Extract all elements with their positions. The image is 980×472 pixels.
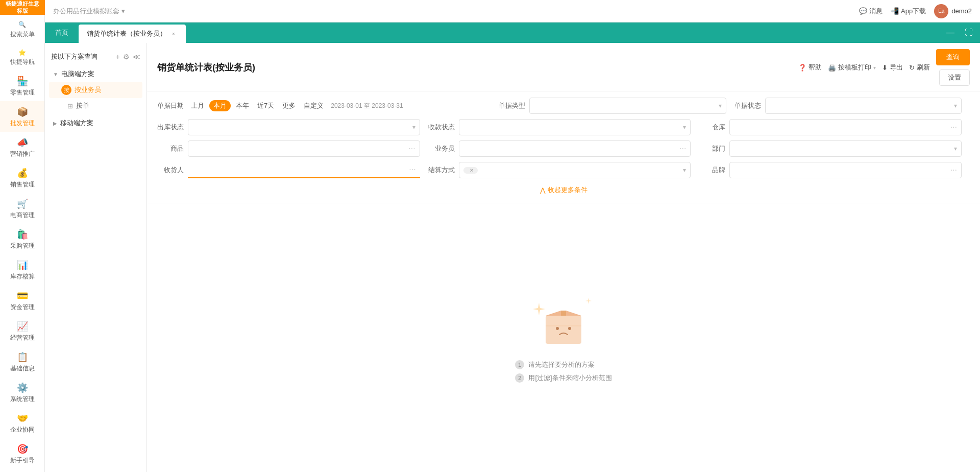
user-name: demo2 xyxy=(951,7,972,15)
logo-text: 畅捷通好生意 xyxy=(6,0,39,7)
docstatus-input[interactable]: ▾ xyxy=(765,98,962,114)
scheme-settings-btn[interactable]: ⚙ xyxy=(123,53,130,61)
date-opt-7days[interactable]: 近7天 xyxy=(254,99,277,112)
panel-title: 按以下方案查询 xyxy=(51,52,97,61)
tab-close-icon[interactable]: × xyxy=(169,30,178,38)
doctype-input[interactable]: ▾ xyxy=(529,98,726,114)
user-profile[interactable]: Ea demo2 xyxy=(934,4,972,18)
sidebar-quicknav[interactable]: ⭐ 快捷导航 xyxy=(0,45,44,68)
tip-text-1: 请先选择要分析的方案 xyxy=(528,360,595,369)
sidebar-item-finance[interactable]: 💳 资金管理 xyxy=(0,285,44,316)
tabbar-right-actions: — ⛶ xyxy=(943,26,980,40)
filter-warehouse-field: 仓库 ··· xyxy=(699,119,970,135)
sidebar-item-sales[interactable]: 💰 销售管理 xyxy=(0,162,44,193)
date-filter: 上月 本月 本年 近7天 更多 自定义 2023-03-01 至 2023-03… xyxy=(188,99,491,112)
date-opt-thismonth[interactable]: 本月 xyxy=(209,100,231,111)
sidebar-item-newbie[interactable]: 🎯 新手引导 xyxy=(0,438,44,469)
query-button[interactable]: 查询 xyxy=(936,49,970,65)
settlement-tag-close[interactable]: ✕ xyxy=(470,168,474,173)
newbie-label: 新手引导 xyxy=(10,456,35,465)
add-scheme-btn[interactable]: + xyxy=(116,53,120,61)
date-opt-thisyear[interactable]: 本年 xyxy=(233,99,252,112)
scheme-collapse-btn[interactable]: ≪ xyxy=(133,53,140,61)
sidebar-item-enterprise[interactable]: 🤝 企业协同 xyxy=(0,408,44,438)
sidebar: 畅捷通好生意 标版 🔍 搜索菜单 ⭐ 快捷导航 🏪 零售管理 📦 批发管理 📣 … xyxy=(0,0,45,472)
system-label: 系统管理 xyxy=(10,395,35,404)
mobile-group-header[interactable]: ▶ 移动端方案 xyxy=(49,115,142,131)
svg-rect-1 xyxy=(561,311,566,316)
purchase-label: 采购管理 xyxy=(10,242,35,250)
consignee-input[interactable]: ··· xyxy=(188,162,420,178)
goods-input[interactable]: ··· xyxy=(188,140,420,157)
sidebar-item-purchase[interactable]: 🛍️ 采购管理 xyxy=(0,224,44,254)
scheme-item-salesperson[interactable]: 按 按业务员 xyxy=(49,82,142,98)
help-action[interactable]: ❓ 帮助 xyxy=(798,63,822,72)
app-download-action[interactable]: 📲 App下载 xyxy=(891,7,926,16)
date-label: 单据日期 xyxy=(157,101,188,110)
settlement-input[interactable]: ✕ ▾ xyxy=(459,162,691,178)
print-icon: 🖨️ xyxy=(828,64,836,72)
date-opt-more[interactable]: 更多 xyxy=(279,99,299,112)
outstatus-input[interactable]: ▾ xyxy=(188,119,420,135)
goods-label: 商品 xyxy=(157,144,188,153)
desktop-group-header[interactable]: ▼ 电脑端方案 xyxy=(49,66,142,82)
topbar-actions: 💬 消息 📲 App下载 Ea demo2 xyxy=(859,4,972,18)
tab-home[interactable]: 首页 xyxy=(45,22,79,43)
inventory-label: 库存核算 xyxy=(10,272,35,281)
filter-area: 单据日期 上月 本月 本年 近7天 更多 自定义 2023-03-01 至 20… xyxy=(147,91,980,203)
refresh-action[interactable]: ↻ 刷新 xyxy=(909,63,930,72)
sidebar-item-appcenter[interactable]: 📱 应用中心 xyxy=(0,469,44,472)
receiptstatus-input[interactable]: ▾ xyxy=(459,119,691,135)
tip-num-1: 1 xyxy=(515,360,524,369)
collapse-filters-btn[interactable]: ⋀ 收起更多条件 xyxy=(157,183,970,197)
enterprise-label: 企业协同 xyxy=(10,426,35,434)
help-label: 帮助 xyxy=(808,63,822,72)
right-panel: 销货单统计表(按业务员) ❓ 帮助 🖨️ 按模板打印 ▾ ⬇ 导出 xyxy=(147,43,980,472)
date-opt-lastmonth[interactable]: 上月 xyxy=(188,99,207,112)
sidebar-item-wholesale[interactable]: 📦 批发管理 xyxy=(0,101,44,132)
wholesale-icon: 📦 xyxy=(17,106,28,117)
empty-tips: 1 请先选择要分析的方案 2 用[过滤]条件来缩小分析范围 xyxy=(515,360,611,383)
sidebar-item-operation[interactable]: 📈 经营管理 xyxy=(0,316,44,346)
sidebar-search[interactable]: 🔍 搜索菜单 xyxy=(0,15,44,43)
collapse-label: 收起更多条件 xyxy=(548,185,587,195)
consignee-label: 收货人 xyxy=(157,166,188,175)
sidebar-item-inventory[interactable]: 📊 库存核算 xyxy=(0,254,44,285)
tab-sales-stat[interactable]: 销货单统计表（按业务员） × xyxy=(79,25,186,43)
setting-button[interactable]: 设置 xyxy=(939,69,970,86)
message-icon: 💬 xyxy=(859,7,867,15)
sidebar-item-retail[interactable]: 🏪 零售管理 xyxy=(0,70,44,101)
quicknav-label: 快捷导航 xyxy=(10,58,35,66)
salesperson-dots-icon: ··· xyxy=(679,144,686,153)
filter-docstatus-field: 单据状态 ▾ xyxy=(734,98,970,114)
brand-input[interactable]: ··· xyxy=(729,162,962,178)
retail-icon: 🏪 xyxy=(17,76,28,87)
sidebar-item-system[interactable]: ⚙️ 系统管理 xyxy=(0,377,44,408)
doctype-arrow-icon: ▾ xyxy=(719,102,722,109)
export-action[interactable]: ⬇ 导出 xyxy=(882,63,903,72)
sidebar-item-marketing[interactable]: 📣 营销推广 xyxy=(0,132,44,162)
breadcrumb-arrow[interactable]: ▾ xyxy=(121,7,125,15)
message-action[interactable]: 💬 消息 xyxy=(859,7,883,16)
sub-scheme-item-byorder[interactable]: ⊞ 按单 xyxy=(49,98,142,113)
query-setting-panel: 查询 设置 xyxy=(936,49,970,86)
sidebar-item-basic[interactable]: 📋 基础信息 xyxy=(0,346,44,377)
empty-tip-1: 1 请先选择要分析的方案 xyxy=(515,360,611,369)
warehouse-input[interactable]: ··· xyxy=(729,119,962,135)
department-input[interactable]: ▾ xyxy=(729,140,962,157)
empty-illustration xyxy=(533,293,594,354)
tab-minimize-btn[interactable]: — xyxy=(943,26,958,40)
sidebar-item-ecommerce[interactable]: 🛒 电商管理 xyxy=(0,193,44,224)
date-opt-custom[interactable]: 自定义 xyxy=(301,99,327,112)
docstatus-arrow-icon: ▾ xyxy=(954,102,957,109)
salesperson-label: 业务员 xyxy=(428,144,459,153)
topbar: 办公用品行业模拟账套 ▾ 💬 消息 📲 App下载 Ea demo2 xyxy=(45,0,980,22)
outstatus-arrow-icon: ▾ xyxy=(412,124,415,131)
system-icon: ⚙️ xyxy=(17,382,28,393)
print-label: 按模板打印 xyxy=(838,63,871,72)
salesperson-input[interactable]: ··· xyxy=(459,140,691,157)
print-action[interactable]: 🖨️ 按模板打印 ▾ xyxy=(828,63,876,72)
tip-text-2: 用[过滤]条件来缩小分析范围 xyxy=(528,373,611,383)
tab-maximize-btn[interactable]: ⛶ xyxy=(962,26,976,40)
scheme-list: ▼ 电脑端方案 按 按业务员 ⊞ 按单 ▶ 移动端方案 xyxy=(45,66,146,131)
